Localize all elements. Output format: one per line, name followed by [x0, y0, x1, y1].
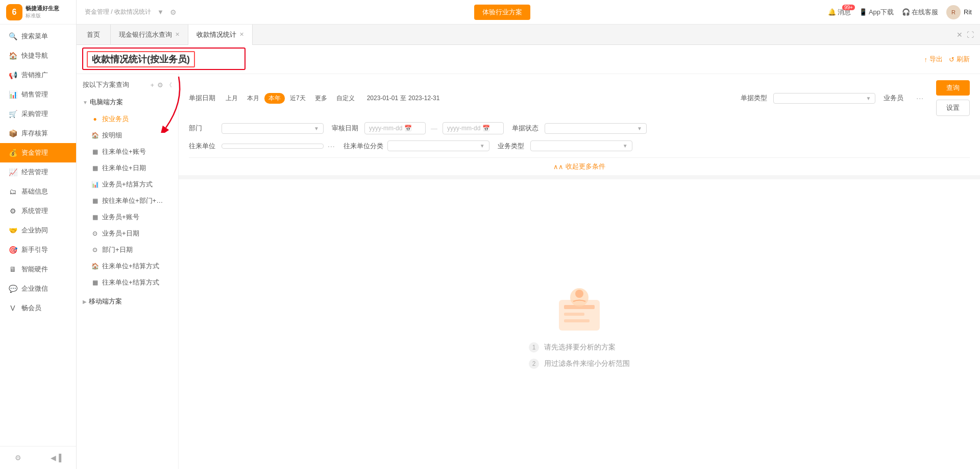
date-tab-this-year[interactable]: 本年: [264, 93, 285, 104]
sidebar-item-quicknav[interactable]: 🏠 快捷导航: [0, 46, 76, 65]
review-date-to[interactable]: yyyy-mm-dd 📅: [443, 122, 504, 134]
username: Rit: [964, 8, 972, 16]
sidebar-item-label: 企业微信: [21, 284, 48, 293]
sidebar-item-sales[interactable]: 📊 销售管理: [0, 85, 76, 104]
sidebar-item-hardware[interactable]: 🖥 智能硬件: [0, 260, 76, 279]
dept-label: 部门: [189, 124, 217, 133]
salesman-dots-btn[interactable]: ···: [916, 94, 924, 102]
collapse-filter-btn[interactable]: ∧∧ 收起更多条件: [189, 157, 970, 175]
collapse-panel-icon[interactable]: 《: [166, 81, 172, 89]
date-tab-this-month[interactable]: 本月: [243, 93, 263, 104]
tree-group-desktop-label[interactable]: ▼ 电脑端方案: [77, 93, 178, 111]
message-button[interactable]: 🔔 消息 99+: [828, 8, 851, 17]
folder-icon: 🗂: [8, 187, 17, 196]
dept-select[interactable]: ▼: [222, 123, 324, 134]
date-tab-custom[interactable]: 自定义: [332, 93, 359, 104]
tab-collection[interactable]: 收款情况统计 ✕: [188, 25, 253, 45]
date-separator: 至: [400, 94, 406, 103]
tab-home[interactable]: 首页: [77, 25, 111, 45]
tree-item-salesman-settlement[interactable]: 📊 业务员+结算方式: [81, 176, 178, 193]
dept-dropdown-icon: ▼: [314, 126, 319, 131]
message-badge: 99+: [842, 5, 855, 10]
tree-item-salesman-account[interactable]: ▦ 业务员+账号: [81, 209, 178, 225]
search-icon: 🔍: [8, 32, 17, 41]
monitor-icon: 🖥: [8, 265, 17, 274]
sidebar-item-operation[interactable]: 📈 经营管理: [0, 162, 76, 182]
tree-item-salesman[interactable]: ● 按业务员: [81, 111, 178, 127]
sidebar-item-inventory[interactable]: 📦 库存核算: [0, 124, 76, 143]
tree-item-dept-date[interactable]: ⊙ 部门+日期: [81, 242, 178, 258]
left-panel-actions: + ⚙ 《: [150, 81, 172, 89]
chart-icon-1: 📊: [91, 180, 99, 189]
tree-item-partner-date[interactable]: ▦ 往来单位+日期: [81, 160, 178, 176]
biz-type-select[interactable]: ▼: [530, 140, 632, 151]
partner-label: 往来单位: [189, 142, 217, 151]
voucher-type-select[interactable]: ▼: [773, 93, 875, 104]
sidebar: 6 畅捷通好生意 标准版 🔍 搜索菜单 🏠 快捷导航 📢 营销推广 📊 销售管理…: [0, 0, 77, 469]
sidebar-item-guide[interactable]: 🎯 新手引导: [0, 240, 76, 260]
sidebar-item-label: 基础信息: [21, 187, 48, 196]
setting-button[interactable]: 设置: [936, 100, 970, 116]
step-num-2: 2: [529, 359, 539, 369]
refresh-button[interactable]: ↺ 刷新: [949, 55, 970, 64]
date-from: 2023-01-01: [367, 95, 398, 102]
scheme-settings-icon[interactable]: ⚙: [157, 81, 163, 89]
tree-item-salesman-date[interactable]: ⊙ 业务员+日期: [81, 225, 178, 242]
tab-bank[interactable]: 现金银行流水查询 ✕: [111, 25, 188, 45]
app-download-button[interactable]: 📱 App下载: [859, 8, 894, 17]
tree-item-partner-account[interactable]: ▦ 往来单位+账号: [81, 144, 178, 160]
sidebar-item-label: 企业协同: [21, 226, 48, 235]
tree-item-detail[interactable]: 🏠 按明细: [81, 127, 178, 144]
topbar-center: 体验行业方案: [474, 5, 530, 20]
step-num-1: 1: [529, 342, 539, 353]
date-tab-last-month[interactable]: 上月: [222, 93, 242, 104]
voucher-status-select[interactable]: ▼: [545, 123, 647, 134]
table-icon-4: ▦: [91, 213, 99, 221]
home-icon: 🏠: [8, 51, 17, 60]
date-tab-more[interactable]: 更多: [311, 93, 331, 104]
sidebar-item-vip[interactable]: V 畅会员: [0, 298, 76, 318]
breadcrumb-dropdown-icon[interactable]: ▼: [157, 8, 164, 16]
partner-category-select[interactable]: ▼: [387, 140, 489, 151]
voucher-status-filter-item: 单据状态 ▼: [512, 123, 647, 134]
add-scheme-btn[interactable]: +: [150, 81, 154, 89]
tab-close-bank[interactable]: ✕: [175, 31, 180, 38]
date-tab-7days[interactable]: 近7天: [286, 93, 310, 104]
empty-illustration-area: [549, 279, 610, 342]
tree-item-partner-settlement1[interactable]: 🏠 往来单位+结算方式: [81, 258, 178, 274]
query-button[interactable]: 查询: [936, 80, 970, 96]
sidebar-item-search[interactable]: 🔍 搜索菜单: [0, 27, 76, 46]
sidebar-item-purchase[interactable]: 🛒 采购管理: [0, 104, 76, 124]
sidebar-item-enterprise[interactable]: 🤝 企业协同: [0, 221, 76, 240]
main-content: 资金管理 / 收款情况统计 ▼ ⚙ 体验行业方案 🔔 消息 99+ 📱 App下…: [77, 0, 980, 469]
sidebar-item-label: 新手引导: [21, 245, 48, 254]
tab-expand-icon[interactable]: ⛶: [967, 31, 974, 39]
sidebar-nav: 🔍 搜索菜单 🏠 快捷导航 📢 营销推广 📊 销售管理 🛒 采购管理 📦 库存核…: [0, 25, 76, 446]
user-area[interactable]: R Rit: [946, 5, 972, 19]
export-button[interactable]: ↑ 导出: [924, 55, 943, 64]
sidebar-settings-btn[interactable]: ⚙: [12, 451, 24, 465]
tree-item-partner-settlement2[interactable]: ▦ 往来单位+结算方式: [81, 274, 178, 291]
partner-input[interactable]: [222, 144, 324, 149]
review-date-from[interactable]: yyyy-mm-dd 📅: [364, 122, 426, 134]
megaphone-icon: 📢: [8, 71, 17, 80]
sidebar-item-capital[interactable]: 💰 资金管理: [0, 143, 76, 162]
tree-sub-desktop: ● 按业务员 🏠 按明细 ▦ 往来单位+账号 ▦: [77, 111, 178, 291]
tab-close-collection[interactable]: ✕: [239, 31, 244, 38]
trial-button[interactable]: 体验行业方案: [474, 5, 530, 20]
sidebar-bottom: ⚙ ◀▐: [0, 446, 76, 469]
table-icon-2: ▦: [91, 164, 99, 172]
partner-dots-btn[interactable]: ···: [328, 142, 335, 150]
tree-group-mobile-label[interactable]: ▶ 移动端方案: [77, 293, 178, 310]
sidebar-collapse-btn[interactable]: ◀▐: [47, 451, 64, 465]
sidebar-item-marketing[interactable]: 📢 营销推广: [0, 65, 76, 85]
tab-close-all-icon[interactable]: ✕: [957, 31, 963, 39]
trend-icon: 📈: [8, 168, 17, 177]
topbar-gear-icon[interactable]: ⚙: [170, 8, 177, 16]
sidebar-item-wechat[interactable]: 💬 企业微信: [0, 279, 76, 298]
tree-item-partner-dept[interactable]: ▦ 按往来单位+部门+收...: [81, 193, 178, 209]
sidebar-item-basic[interactable]: 🗂 基础信息: [0, 182, 76, 201]
empty-state: 1 请先选择要分析的方案 2 用过滤条件来缩小分析范围: [179, 179, 980, 469]
online-service-button[interactable]: 🎧 在线客服: [902, 8, 938, 17]
sidebar-item-system[interactable]: ⚙ 系统管理: [0, 201, 76, 221]
